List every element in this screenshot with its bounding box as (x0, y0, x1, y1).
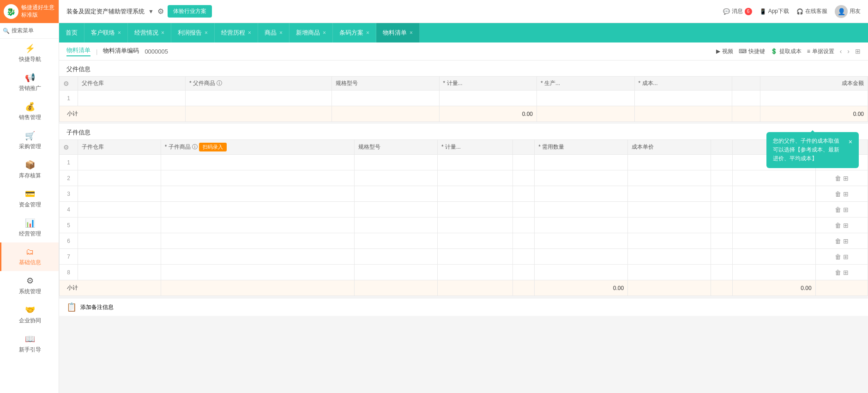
system-dropdown[interactable]: ▼ (148, 8, 154, 15)
nav-tab-profit[interactable]: 利润报告× (171, 23, 215, 42)
nav-tab-history[interactable]: 经营历程× (215, 23, 258, 42)
child-cell-unit[interactable] (437, 170, 512, 186)
child-cell-spec[interactable] (355, 265, 438, 280)
sidebar-item-finance[interactable]: 💳资金管理 (0, 184, 59, 213)
parent-cell-warehouse[interactable] (78, 91, 186, 106)
delete-row-button[interactable]: 🗑 (835, 253, 841, 260)
copy-row-button[interactable]: ⊞ (843, 190, 849, 198)
nav-tab-home[interactable]: 首页 (59, 23, 84, 42)
sidebar-item-sales[interactable]: 💰销售管理 (0, 97, 59, 126)
sidebar-item-purchase[interactable]: 🛒采购管理 (0, 126, 59, 155)
parent-cell-unit[interactable] (439, 91, 537, 106)
app-download-button[interactable]: 📱 App下载 (760, 7, 789, 15)
child-col-settings-icon[interactable]: ⚙ (63, 144, 69, 151)
child-cell-quantity[interactable] (535, 186, 628, 202)
child-cell-warehouse[interactable] (78, 218, 161, 233)
child-cell-quantity[interactable] (535, 170, 628, 186)
child-cell-product[interactable] (161, 170, 354, 186)
child-cell-product[interactable] (161, 202, 354, 218)
copy-row-button[interactable]: ⊞ (843, 175, 849, 182)
nav-prev-button[interactable]: ‹ (840, 48, 842, 55)
nav-tab-close-customer[interactable]: × (118, 30, 121, 36)
sidebar-item-marketing[interactable]: 📢营销推广 (0, 68, 59, 97)
sidebar-item-enterprise[interactable]: 🤝企业协同 (0, 300, 59, 329)
child-cell-unit[interactable] (437, 155, 512, 170)
nav-tab-operations[interactable]: 经营情况× (128, 23, 171, 42)
child-cell-unit-cost[interactable] (628, 170, 711, 186)
child-cell-unit-cost[interactable] (628, 233, 711, 249)
child-cell-quantity[interactable] (535, 202, 628, 218)
sub-tab-bom-list[interactable]: 物料清单 (66, 46, 90, 56)
nav-tab-close-bom[interactable]: × (410, 30, 413, 36)
child-cell-unit-cost[interactable] (628, 155, 711, 170)
child-cell-warehouse[interactable] (78, 249, 161, 265)
online-service-button[interactable]: 🎧 在线客服 (796, 7, 827, 15)
child-cell-unit[interactable] (437, 202, 512, 218)
child-cell-spec[interactable] (355, 186, 438, 202)
col-settings-icon[interactable]: ⚙ (63, 80, 69, 87)
child-cell-quantity[interactable] (535, 265, 628, 280)
parent-cell-produce[interactable] (537, 91, 635, 106)
delete-row-button[interactable]: 🗑 (835, 206, 841, 213)
note-label[interactable]: 添加备注信息 (80, 303, 114, 311)
child-cell-product[interactable] (161, 218, 354, 233)
nav-tab-goods[interactable]: 商品× (258, 23, 289, 42)
child-cell-warehouse[interactable] (78, 170, 161, 186)
child-cell-unit-cost[interactable] (628, 186, 711, 202)
copy-row-button[interactable]: ⊞ (843, 206, 849, 213)
child-cell-unit[interactable] (437, 249, 512, 265)
sidebar-item-quick-nav[interactable]: ⚡快捷导航 (0, 39, 59, 68)
child-cell-unit-cost[interactable] (628, 265, 711, 280)
delete-row-button[interactable]: 🗑 (835, 222, 841, 229)
sub-tab-bom-code[interactable]: 物料清单编码 (103, 47, 139, 56)
child-cell-unit-cost[interactable] (628, 218, 711, 233)
child-cell-spec[interactable] (355, 155, 438, 170)
user-profile[interactable]: 👤 用友 (835, 5, 861, 18)
child-cell-warehouse[interactable] (78, 265, 161, 280)
doc-settings-action[interactable]: ≡ 单据设置 (807, 48, 834, 55)
settings-icon[interactable]: ⚙ (157, 7, 164, 16)
nav-tab-close-profit[interactable]: × (205, 30, 208, 36)
nav-tab-bom[interactable]: 物料清单× (376, 23, 420, 42)
child-cell-spec[interactable] (355, 249, 438, 265)
parent-cell-cost[interactable] (634, 91, 732, 106)
sidebar-item-guide[interactable]: 📖新手引导 (0, 329, 59, 358)
child-cell-product[interactable] (161, 186, 354, 202)
tooltip-close-button[interactable]: × (849, 137, 852, 147)
child-cell-unit[interactable] (437, 218, 512, 233)
sidebar-search[interactable]: 🔍 搜索菜单 (0, 23, 59, 39)
nav-tab-close-new-goods[interactable]: × (323, 30, 326, 36)
child-cell-warehouse[interactable] (78, 155, 161, 170)
copy-row-button[interactable]: ⊞ (843, 222, 849, 229)
nav-tab-close-goods[interactable]: × (279, 30, 283, 36)
child-cell-unit[interactable] (437, 265, 512, 280)
child-cell-spec[interactable] (355, 170, 438, 186)
nav-next-button[interactable]: › (847, 48, 850, 55)
sidebar-item-operations[interactable]: 📊经营管理 (0, 213, 59, 242)
trial-button[interactable]: 体验行业方案 (168, 5, 212, 18)
copy-row-button[interactable]: ⊞ (843, 269, 849, 276)
nav-tab-close-history[interactable]: × (248, 30, 251, 36)
shortcut-action[interactable]: ⌨ 快捷键 (739, 48, 765, 55)
child-cell-product[interactable] (161, 249, 354, 265)
child-cell-unit[interactable] (437, 233, 512, 249)
child-cell-quantity[interactable] (535, 249, 628, 265)
child-cell-spec[interactable] (355, 233, 438, 249)
delete-row-button[interactable]: 🗑 (835, 175, 841, 182)
message-button[interactable]: 💬 消息 6 (723, 7, 752, 15)
child-cell-product[interactable] (161, 155, 354, 170)
nav-tab-new-goods[interactable]: 新增商品× (289, 23, 333, 42)
child-cell-unit-cost[interactable] (628, 202, 711, 218)
child-cell-spec[interactable] (355, 202, 438, 218)
delete-row-button[interactable]: 🗑 (835, 269, 841, 276)
nav-tab-customer[interactable]: 客户联络× (84, 23, 128, 42)
nav-tab-close-barcode[interactable]: × (366, 30, 369, 36)
child-cell-unit-cost[interactable] (628, 249, 711, 265)
delete-row-button[interactable]: 🗑 (835, 190, 841, 198)
child-cell-warehouse[interactable] (78, 233, 161, 249)
child-cell-warehouse[interactable] (78, 202, 161, 218)
child-cell-spec[interactable] (355, 218, 438, 233)
child-cell-quantity[interactable] (535, 155, 628, 170)
child-cell-product[interactable] (161, 265, 354, 280)
nav-tab-barcode[interactable]: 条码方案× (333, 23, 376, 42)
